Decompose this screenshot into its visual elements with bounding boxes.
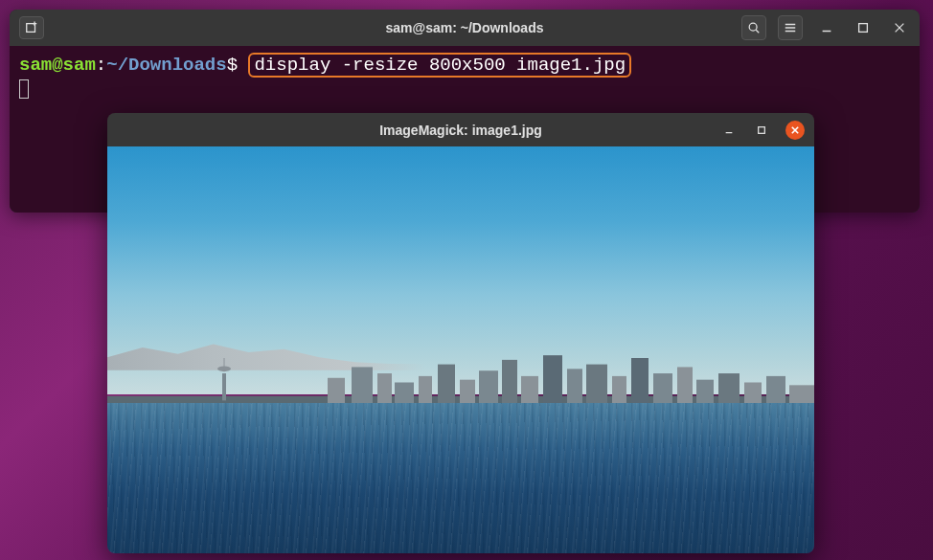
image-content [107,146,814,553]
minimize-icon [820,21,833,34]
hamburger-menu-icon [784,21,797,34]
image-viewer-titlebar[interactable]: ImageMagick: image1.jpg [107,113,814,146]
svg-rect-17 [222,373,226,400]
svg-rect-32 [586,365,607,406]
close-button[interactable] [887,15,912,40]
svg-rect-9 [859,24,868,33]
new-tab-button[interactable] [19,16,44,39]
svg-rect-22 [377,373,392,405]
svg-rect-35 [653,373,672,405]
svg-rect-0 [27,24,35,33]
svg-rect-29 [521,376,538,405]
minimize-button[interactable] [814,15,839,40]
search-icon [747,21,761,34]
svg-rect-25 [438,365,455,406]
menu-button[interactable] [778,15,803,40]
svg-rect-30 [543,355,562,405]
svg-rect-20 [328,378,345,405]
command-text: display -resize 800x500 image1.jpg [248,53,631,78]
terminal-titlebar[interactable]: sam@sam: ~/Downloads [10,10,920,46]
svg-rect-27 [479,370,498,405]
svg-rect-28 [502,360,517,405]
svg-line-4 [756,30,759,33]
search-button[interactable] [741,15,766,40]
svg-rect-36 [677,367,693,405]
close-icon [791,126,799,134]
svg-rect-21 [352,367,373,405]
terminal-line: sam@sam:~/Downloads$ display -resize 800… [19,54,910,78]
svg-rect-13 [759,126,765,133]
svg-rect-31 [567,369,582,405]
maximize-icon [757,125,766,135]
terminal-title: sam@sam: ~/Downloads [386,20,544,35]
maximize-icon [856,21,870,34]
svg-rect-40 [766,376,785,405]
maximize-button[interactable] [753,122,770,139]
prompt-path: ~/Downloads [106,55,226,76]
svg-rect-33 [612,376,626,405]
prompt-symbol: $ [227,55,238,76]
image-viewer-controls [720,121,805,140]
maximize-button[interactable] [851,15,876,40]
svg-rect-34 [631,358,649,405]
svg-rect-38 [718,373,740,405]
svg-rect-23 [395,383,414,406]
close-icon [893,21,906,34]
water-region [107,403,814,553]
svg-rect-39 [744,383,762,406]
svg-point-3 [749,23,757,31]
new-tab-icon [25,21,38,34]
minimize-button[interactable] [720,122,738,139]
terminal-right-controls [741,15,912,40]
close-button[interactable] [785,121,805,140]
image-viewer-window: ImageMagick: image1.jpg [107,113,814,553]
svg-rect-24 [419,376,432,405]
image-viewer-title: ImageMagick: image1.jpg [379,123,542,138]
svg-rect-26 [460,380,475,405]
terminal-cursor [19,79,29,99]
svg-rect-37 [696,380,714,405]
minimize-icon [724,125,734,135]
prompt-separator: : [96,55,106,76]
prompt-user-host: sam@sam [19,55,96,76]
